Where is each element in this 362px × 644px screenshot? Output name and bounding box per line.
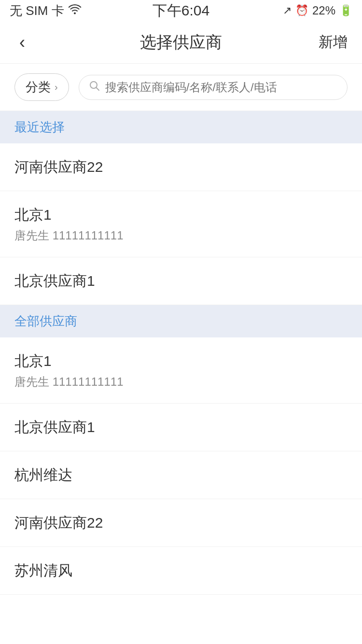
item-name: 北京1 xyxy=(14,351,348,371)
status-right: ↗ ⏰ 22% 🔋 xyxy=(283,4,352,17)
status-left: 无 SIM 卡 xyxy=(10,2,82,19)
nav-bar: ‹ 选择供应商 新增 xyxy=(0,21,362,64)
all-items-list: 北京1唐先生 11111111111北京供应商1杭州维达河南供应商22苏州清风 xyxy=(0,337,362,595)
recent-list-item[interactable]: 北京供应商1 xyxy=(0,257,362,305)
status-bar: 无 SIM 卡 下午6:04 ↗ ⏰ 22% 🔋 xyxy=(0,0,362,21)
chevron-right-icon: › xyxy=(55,82,58,93)
status-time: 下午6:04 xyxy=(153,1,209,21)
all-list-item[interactable]: 苏州清风 xyxy=(0,547,362,595)
location-icon: ↗ xyxy=(283,4,292,17)
recent-section-header: 最近选择 xyxy=(0,111,362,143)
item-name: 北京供应商1 xyxy=(14,271,348,291)
item-name: 北京1 xyxy=(14,205,348,225)
category-label: 分类 xyxy=(26,79,51,96)
recent-section-label: 最近选择 xyxy=(14,120,65,134)
all-list-item[interactable]: 北京供应商1 xyxy=(0,404,362,451)
item-name: 杭州维达 xyxy=(14,465,348,485)
item-name: 河南供应商22 xyxy=(14,157,348,177)
wifi-icon xyxy=(68,3,82,18)
battery-icon: 🔋 xyxy=(339,4,352,17)
item-name: 北京供应商1 xyxy=(14,417,348,437)
all-list-item[interactable]: 杭州维达 xyxy=(0,451,362,499)
item-sub: 唐先生 11111111111 xyxy=(14,228,348,243)
filter-bar: 分类 › xyxy=(0,64,362,111)
add-button[interactable]: 新增 xyxy=(319,32,348,52)
search-box xyxy=(79,75,348,100)
page-title: 选择供应商 xyxy=(140,31,222,54)
svg-line-1 xyxy=(96,87,99,90)
search-input[interactable] xyxy=(105,81,337,94)
search-icon xyxy=(89,80,100,95)
recent-list-item[interactable]: 北京1唐先生 11111111111 xyxy=(0,191,362,257)
category-button[interactable]: 分类 › xyxy=(14,73,69,101)
back-button[interactable]: ‹ xyxy=(14,28,30,57)
item-sub: 唐先生 11111111111 xyxy=(14,374,348,390)
recent-list-item[interactable]: 河南供应商22 xyxy=(0,143,362,191)
battery-text: 22% xyxy=(312,4,335,17)
item-name: 河南供应商22 xyxy=(14,513,348,533)
all-list-item[interactable]: 北京1唐先生 11111111111 xyxy=(0,337,362,404)
alarm-icon: ⏰ xyxy=(295,4,308,17)
all-list-item[interactable]: 河南供应商22 xyxy=(0,499,362,547)
all-section-label: 全部供应商 xyxy=(14,314,77,328)
recent-items-list: 河南供应商22北京1唐先生 11111111111北京供应商1 xyxy=(0,143,362,305)
item-name: 苏州清风 xyxy=(14,560,348,581)
no-sim-text: 无 SIM 卡 xyxy=(10,2,64,19)
all-section-header: 全部供应商 xyxy=(0,305,362,337)
